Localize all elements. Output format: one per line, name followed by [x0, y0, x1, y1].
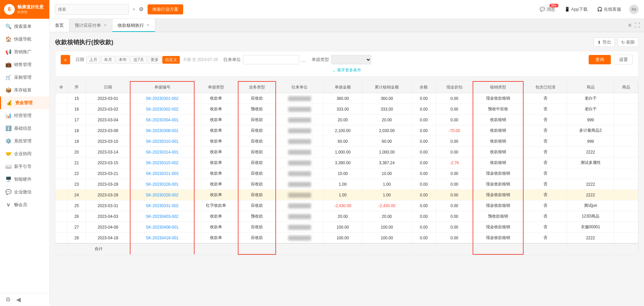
bill-no-link[interactable]: SK-20230304-001 — [146, 118, 178, 122]
table-row[interactable]: 182023-03-08SK-20230308-001收款单应收款███████… — [55, 125, 638, 136]
table-row[interactable]: 162023-03-02SK-20230302-002收款单预收款███████… — [55, 104, 638, 115]
bill-no-link[interactable]: SK-20230418-001 — [146, 236, 178, 240]
col-header-num: 序 — [67, 81, 86, 93]
table-row[interactable]: 172023-03-04SK-20230304-001收款单应收款███████… — [55, 115, 638, 125]
filter-row: » 日期 上月 本月 本年 近7天 更多 自定义 不限 至 2023-07-26… — [61, 55, 633, 65]
col-header-cash-discount[interactable]: 现金折扣 — [436, 81, 473, 93]
col-header-product2[interactable]: 商品 — [614, 81, 638, 93]
table-row[interactable]: 272023-04-08SK-20230408-001收款单应收款███████… — [55, 222, 638, 233]
date-btn-7days[interactable]: 近7天 — [130, 56, 147, 64]
filter-date-item: 日期 上月 本月 本年 近7天 更多 自定义 不限 至 2023-07-26 — [75, 56, 218, 64]
date-btn-this-year[interactable]: 本年 — [116, 56, 130, 64]
table-row[interactable]: 232023-03-28SK-20230328-001收款单应收款███████… — [55, 179, 638, 190]
topbar-gear-icon[interactable]: ⚙ — [139, 6, 144, 12]
table-row[interactable]: 192023-03-10SK-20230310-001收款单应收款███████… — [55, 136, 638, 147]
tab-receivable[interactable]: 预计应应付单 ✕ — [69, 19, 112, 32]
col-header-date[interactable]: 日期 — [86, 81, 130, 93]
table-row[interactable]: 242023-03-28SK-20230328-002收款单应收款███████… — [55, 190, 638, 200]
expand-more-button[interactable]: ⌄ 展开更多条件 — [332, 67, 361, 73]
online-service-button[interactable]: 🎧 在线客服 — [597, 6, 621, 12]
dropdown-arrow-icon[interactable]: ▾ — [133, 7, 135, 12]
counterpart-dots[interactable]: ... — [301, 56, 306, 63]
sidebar-settings-icon[interactable]: ⚙ — [5, 296, 11, 303]
bill-no-link[interactable]: SK-20230328-002 — [146, 193, 178, 197]
user-avatar[interactable]: Rit — [629, 5, 639, 14]
query-button[interactable]: 查询 — [589, 55, 611, 64]
col-header-gear[interactable]: ⚙ — [55, 81, 67, 93]
bill-no-link[interactable]: SK-20230301-002 — [146, 96, 178, 101]
table-row[interactable]: 282023-04-18SK-20230418-001收款单应收款███████… — [55, 233, 638, 244]
sidebar-item-system[interactable]: ⚙️ 系统管理 — [0, 135, 49, 147]
bill-no-link[interactable]: SK-20230321-003 — [146, 171, 178, 176]
bill-type-select[interactable] — [331, 55, 371, 64]
maximize-window-icon[interactable]: ⛶ — [635, 22, 640, 28]
bill-no-link[interactable]: SK-20230315-002 — [146, 161, 178, 165]
col-header-bill-no[interactable]: 单据编号 — [130, 81, 194, 93]
table-row[interactable]: 212023-03-15SK-20230315-002收款单应收款███████… — [55, 158, 638, 168]
bill-no-link[interactable]: SK-20230314-001 — [146, 150, 178, 155]
topbar-search-input[interactable] — [55, 4, 129, 15]
notifications-button[interactable]: 💬 消息 99+ — [540, 6, 555, 12]
export-button[interactable]: ⬆ 导出 — [594, 38, 615, 47]
table-row[interactable]: 202023-03-14SK-20230314-001收款单应收款███████… — [55, 147, 638, 158]
sidebar-item-basic[interactable]: ℹ️ 基础信息 — [0, 122, 49, 135]
col-header-amount[interactable]: 单据金额 — [324, 81, 362, 93]
bill-no-link[interactable]: SK-20230403-002 — [146, 214, 178, 219]
sidebar-item-search[interactable]: 🔍 搜索菜单 — [0, 20, 49, 33]
counterpart-input[interactable] — [243, 55, 299, 64]
sidebar-logo: 6 畅康道好生意 标推版 — [0, 0, 49, 19]
col-header-balance[interactable]: 余额 — [412, 81, 436, 93]
bill-no-link[interactable]: SK-20230308-001 — [146, 128, 178, 133]
tab-receivable-close-icon[interactable]: ✕ — [104, 23, 107, 27]
sidebar-item-purchase[interactable]: 🛒 采购管理 — [0, 71, 49, 84]
bill-no-link[interactable]: SK-20230328-001 — [146, 182, 178, 187]
app-download-button[interactable]: 📱 App下载 — [565, 6, 588, 12]
sidebar-item-guide[interactable]: 📖 新手引导 — [0, 160, 49, 173]
date-btn-custom[interactable]: 自定义 — [162, 56, 180, 64]
filter-settings-button[interactable]: 设置 — [614, 55, 633, 65]
sidebar-item-enterprise[interactable]: 🤝 企业协同 — [0, 147, 49, 160]
footer-biz-type — [238, 243, 276, 254]
bill-no-link[interactable]: SK-20230310-001 — [146, 139, 178, 144]
table-row[interactable]: 262023-04-03SK-20230403-002收款单预收款███████… — [55, 211, 638, 222]
tab-collection[interactable]: 收款核销执行 ✕ — [112, 19, 155, 32]
industry-solution-button[interactable]: 体验行业方案 — [148, 4, 183, 14]
filter-expand-button[interactable]: » — [61, 55, 70, 64]
col-header-counterpart[interactable]: 往来单位 — [276, 81, 324, 93]
tab-home[interactable]: 首页 — [50, 19, 69, 32]
table-row[interactable]: 252023-03-31SK-20230331-002红字收款单应收款█████… — [55, 200, 638, 211]
table-row[interactable]: 152023-03-01SK-20230301-002收款单应收款███████… — [55, 93, 638, 104]
sidebar-item-wechat[interactable]: 💬 企业微信 — [0, 186, 49, 198]
sidebar-item-member[interactable]: V 畅会员 — [0, 198, 49, 211]
date-btn-more[interactable]: 更多 — [148, 56, 162, 64]
bill-no-link[interactable]: SK-20230302-002 — [146, 107, 178, 112]
table-row[interactable]: 222023-03-21SK-20230321-003收款单应收款███████… — [55, 168, 638, 179]
date-btn-this-month[interactable]: 本月 — [101, 56, 115, 64]
sales-icon: 💼 — [5, 62, 11, 68]
footer-product — [567, 243, 614, 254]
refresh-button[interactable]: ↻ 刷新 — [618, 38, 639, 47]
bill-no-link[interactable]: SK-20230408-001 — [146, 225, 178, 230]
page-header: 收款核销执行(按收款) ⬆ 导出 ↻ 刷新 — [55, 38, 639, 47]
sidebar-item-shortcut[interactable]: 🏠 快捷导航 — [0, 33, 49, 46]
tab-collection-close-icon[interactable]: ✕ — [147, 23, 150, 27]
sidebar-item-operations[interactable]: 📊 经营管理 — [0, 109, 49, 122]
col-header-total-writeoff[interactable]: 累计核销金额 — [362, 81, 412, 93]
tabbar: 首页 预计应应付单 ✕ 收款核销执行 ✕ ✕ ⛶ — [50, 19, 644, 32]
sidebar-item-hardware[interactable]: 🖥️ 智能硬件 — [0, 173, 49, 186]
sidebar-item-finance[interactable]: 💰 资金管理 — [0, 97, 49, 109]
col-header-biz-type[interactable]: 业务类型 — [238, 81, 276, 93]
sidebar-collapse-icon[interactable]: ◀ — [16, 296, 21, 303]
col-header-bill-type[interactable]: 单据类型 — [194, 81, 238, 93]
sidebar-item-inventory[interactable]: 📦 库存核算 — [0, 84, 49, 97]
handshake-icon: 🤝 — [5, 151, 11, 157]
date-btn-last-month[interactable]: 上月 — [86, 56, 100, 64]
bill-no-link[interactable]: SK-20230331-002 — [146, 203, 178, 208]
col-header-include-settled[interactable]: 包含已结清 — [523, 81, 567, 93]
sidebar-item-sales[interactable]: 💼 销售管理 — [0, 58, 49, 71]
col-header-product[interactable]: 商品 — [567, 81, 614, 93]
sidebar-item-marketing[interactable]: 📢 营销推广 — [0, 46, 49, 58]
col-header-writeoff-type[interactable]: 核销类型 — [473, 81, 523, 93]
close-window-icon[interactable]: ✕ — [628, 22, 632, 28]
sidebar-bottom: ⚙ ◀ — [0, 293, 49, 306]
